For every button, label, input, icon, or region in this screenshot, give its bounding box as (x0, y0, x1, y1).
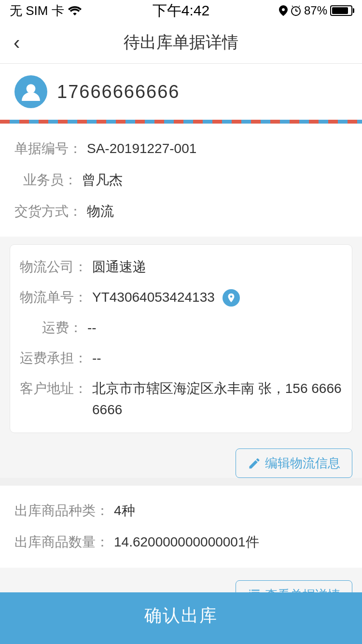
battery-icon (330, 5, 352, 16)
address-row: 客户地址： 北京市市辖区海淀区永丰南 张，156 6666 6666 (20, 378, 342, 421)
goods-type-value: 4种 (114, 500, 348, 522)
address-value: 北京市市辖区海淀区永丰南 张，156 6666 6666 (92, 378, 342, 421)
edit-logistics-wrap: 编辑物流信息 (0, 441, 362, 478)
nav-bar: ‹ 待出库单据详情 (0, 21, 362, 64)
svg-point-5 (27, 84, 36, 93)
edit-logistics-button[interactable]: 编辑物流信息 (236, 448, 352, 478)
confirm-btn-wrap[interactable]: 确认出库 (0, 592, 362, 644)
goods-quantity-value: 14.620000000000001件 (114, 532, 348, 553)
freight-bearer-row: 运费承担： -- (20, 348, 342, 369)
goods-type-row: 出库商品种类： 4种 (14, 500, 348, 522)
basic-info-section: 单据编号： SA-20191227-001 业务员： 曾凡杰 交货方式： 物流 (0, 124, 362, 237)
tracking-row: 物流单号： YT43064053424133 (20, 287, 342, 308)
status-time: 下午4:42 (153, 1, 209, 21)
salesperson-row: 业务员： 曾凡杰 (14, 169, 348, 191)
doc-number-value: SA-20191227-001 (87, 138, 348, 160)
delivery-method-label: 交货方式： (14, 201, 82, 223)
confirm-btn-label: 确认出库 (144, 604, 218, 628)
svg-line-4 (299, 6, 300, 7)
logistics-card: 物流公司： 圆通速递 物流单号： YT43064053424133 运费： --… (10, 244, 352, 433)
carrier-text: 无 SIM 卡 (10, 2, 64, 19)
doc-number-row: 单据编号： SA-20191227-001 (14, 138, 348, 160)
edit-logistics-label: 编辑物流信息 (265, 455, 340, 472)
user-phone: 17666666666 (57, 82, 180, 102)
delivery-method-value: 物流 (87, 201, 348, 223)
logistics-company-value: 圆通速递 (92, 256, 342, 278)
status-bar: 无 SIM 卡 下午4:42 87% (0, 0, 362, 21)
logistics-company-row: 物流公司： 圆通速递 (20, 256, 342, 278)
location-status-icon (279, 5, 288, 16)
salesperson-value: 曾凡杰 (82, 169, 348, 191)
alarm-icon (291, 5, 301, 16)
svg-line-3 (292, 6, 293, 7)
section-divider (0, 478, 362, 486)
back-button[interactable]: ‹ (14, 33, 20, 52)
doc-number-label: 单据编号： (14, 138, 82, 160)
goods-quantity-row: 出库商品数量： 14.620000000000001件 (14, 532, 348, 553)
goods-type-label: 出库商品种类： (14, 500, 109, 522)
freight-bearer-value: -- (92, 348, 342, 369)
wifi-icon (68, 5, 82, 16)
page-title: 待出库单据详情 (124, 31, 238, 54)
status-carrier: 无 SIM 卡 (10, 2, 82, 19)
logistics-company-label: 物流公司： (20, 256, 87, 278)
address-label: 客户地址： (20, 378, 87, 400)
freight-value: -- (87, 317, 342, 339)
goods-quantity-label: 出库商品数量： (14, 532, 109, 553)
freight-bearer-label: 运费承担： (20, 348, 87, 369)
dashed-separator (0, 120, 362, 124)
tracking-location-icon[interactable] (223, 289, 240, 307)
content: 17666666666 单据编号： SA-20191227-001 业务员： 曾… (0, 64, 362, 644)
salesperson-label: 业务员： (14, 169, 77, 191)
freight-row: 运费： -- (20, 317, 342, 339)
tracking-number: YT43064053424133 (92, 287, 215, 308)
edit-icon (248, 457, 261, 470)
avatar-icon (21, 82, 41, 102)
avatar (14, 75, 47, 108)
battery-text: 87% (304, 4, 327, 17)
delivery-method-row: 交货方式： 物流 (14, 201, 348, 223)
tracking-value-wrap: YT43064053424133 (92, 287, 342, 308)
pin-icon (226, 293, 237, 303)
status-right: 87% (279, 4, 352, 17)
tracking-label: 物流单号： (20, 287, 87, 308)
goods-section: 出库商品种类： 4种 出库商品数量： 14.620000000000001件 (0, 486, 362, 568)
freight-label: 运费： (20, 317, 83, 339)
user-card: 17666666666 (0, 64, 362, 120)
